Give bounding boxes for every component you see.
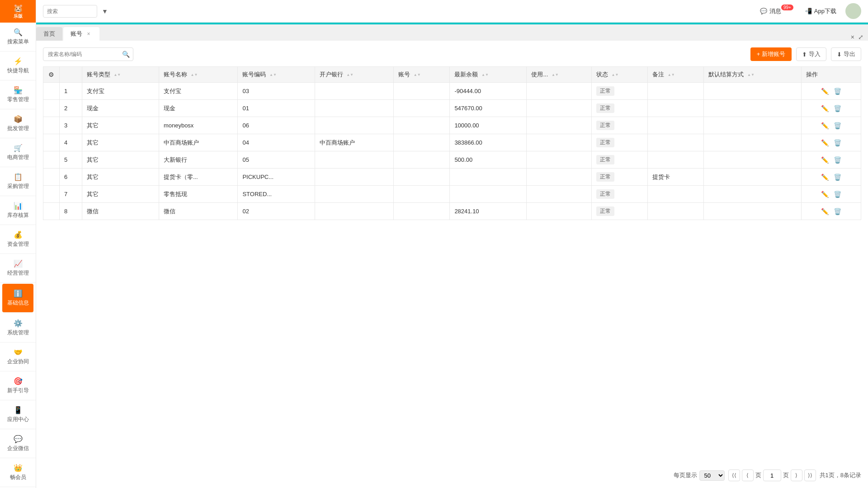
sidebar-item-enterprise-agreement[interactable]: 🤝 企业协同 (0, 343, 36, 371)
row-status: 正常 (591, 134, 647, 151)
user-avatar[interactable] (845, 3, 861, 19)
row-status: 正常 (591, 151, 647, 169)
messages-button[interactable]: 💬 消息 99+ (760, 7, 796, 15)
table-row: 5 其它 大新银行 05 500.00 正常 ✏️ 🗑️ (43, 151, 861, 169)
table-row: 3 其它 moneybosx 06 10000.00 正常 ✏️ 🗑️ (43, 117, 861, 134)
sidebar-item-enterprise-wechat[interactable]: 💬 企业微信 (0, 429, 36, 458)
sidebar-item-app-center-label: 应用中心 (2, 416, 33, 423)
header-left: ▼ (43, 5, 108, 18)
sidebar-item-system-mgmt[interactable]: ⚙️ 系统管理 (0, 314, 36, 343)
tab-close-button[interactable]: × (85, 30, 92, 38)
edit-button[interactable]: ✏️ (819, 138, 830, 147)
edit-button[interactable]: ✏️ (819, 104, 830, 113)
delete-button[interactable]: 🗑️ (832, 207, 843, 216)
sidebar-item-ecommerce-mgmt[interactable]: 🛒 电商管理 (0, 138, 36, 167)
row-code: 05 (238, 151, 315, 169)
sidebar-item-app-center[interactable]: 📱 应用中心 (0, 400, 36, 429)
row-type: 其它 (82, 169, 159, 186)
toolbar-left: 🔍 (43, 47, 133, 61)
col-account[interactable]: 账号 ▲▼ (394, 67, 450, 83)
col-status[interactable]: 状态 ▲▼ (591, 67, 647, 83)
sidebar-item-capital-mgmt[interactable]: 💰 资金管理 (0, 225, 36, 254)
row-name: 现金 (159, 100, 238, 117)
sidebar-item-retail-mgmt[interactable]: 🏪 零售管理 (0, 80, 36, 109)
row-settings-cell (43, 151, 60, 169)
enterprise-wechat-icon: 💬 (2, 435, 33, 443)
row-account (394, 100, 450, 117)
row-code: 03 (238, 83, 315, 100)
col-name[interactable]: 账号名称 ▲▼ (159, 67, 238, 83)
row-remark (648, 117, 704, 134)
col-remark[interactable]: 备注 ▲▼ (648, 67, 704, 83)
row-type: 其它 (82, 134, 159, 151)
header-dropdown-button[interactable]: ▼ (102, 8, 108, 15)
tab-account[interactable]: 账号 × (63, 27, 99, 41)
row-action: ✏️ 🗑️ (802, 151, 861, 169)
edit-button[interactable]: ✏️ (819, 121, 830, 130)
col-type-sort: ▲▼ (113, 73, 121, 77)
row-usage (527, 100, 591, 117)
row-action: ✏️ 🗑️ (802, 117, 861, 134)
col-type-label: 账号类型 (87, 71, 110, 78)
col-default-payment[interactable]: 默认结算方式 ▲▼ (704, 67, 802, 83)
import-button[interactable]: ⬆ 导入 (796, 47, 826, 61)
search-input[interactable] (43, 47, 133, 61)
delete-button[interactable]: 🗑️ (832, 104, 843, 113)
col-balance[interactable]: 最新余额 ▲▼ (450, 67, 527, 83)
tab-home[interactable]: 首页 (36, 27, 62, 41)
sidebar-item-inventory[interactable]: 📊 库存核算 (0, 196, 36, 225)
tab-maximize-button[interactable]: ⤢ (858, 33, 863, 41)
col-code[interactable]: 账号编码 ▲▼ (238, 67, 315, 83)
prev-page-button[interactable]: ⟨ (742, 469, 754, 481)
sidebar-item-purchase-mgmt[interactable]: 📋 采购管理 (0, 167, 36, 196)
delete-button[interactable]: 🗑️ (832, 121, 843, 130)
next-page-button[interactable]: ⟩ (791, 469, 802, 481)
col-remark-sort: ▲▼ (668, 73, 675, 77)
row-code: 02 (238, 203, 315, 220)
delete-button[interactable]: 🗑️ (832, 87, 843, 96)
per-page-select[interactable]: 10 20 50 100 (699, 470, 725, 481)
col-index (60, 67, 82, 83)
edit-button[interactable]: ✏️ (819, 190, 830, 199)
col-usage[interactable]: 使用... ▲▼ (527, 67, 591, 83)
row-status: 正常 (591, 83, 647, 100)
app-download-button[interactable]: 📲 App下载 (805, 7, 836, 15)
row-code: PICKUPC... (238, 169, 315, 186)
header-search-input[interactable] (43, 5, 97, 18)
enterprise-agreement-icon: 🤝 (2, 348, 33, 357)
sidebar-item-new-guide[interactable]: 🎯 新手引导 (0, 371, 36, 400)
sidebar-item-wholesale-mgmt[interactable]: 📦 批发管理 (0, 109, 36, 138)
sidebar-item-quick-nav[interactable]: ⚡ 快捷导航 (0, 52, 36, 80)
delete-button[interactable]: 🗑️ (832, 155, 843, 164)
edit-button[interactable]: ✏️ (819, 155, 830, 164)
sidebar-item-basic-info[interactable]: ℹ️ 基础信息 (2, 284, 33, 313)
delete-button[interactable]: 🗑️ (832, 173, 843, 182)
export-button[interactable]: ⬇ 导出 (831, 47, 861, 61)
status-badge: 正常 (596, 172, 614, 182)
row-type: 微信 (82, 203, 159, 220)
col-type[interactable]: 账号类型 ▲▼ (82, 67, 159, 83)
tab-minimize-button[interactable]: × (851, 33, 854, 41)
row-remark (648, 134, 704, 151)
edit-button[interactable]: ✏️ (819, 207, 830, 216)
row-code: 01 (238, 100, 315, 117)
edit-button[interactable]: ✏️ (819, 87, 830, 96)
last-page-button[interactable]: ⟩⟩ (804, 469, 816, 481)
col-default-payment-sort: ▲▼ (747, 73, 755, 77)
col-bank[interactable]: 开户银行 ▲▼ (315, 67, 394, 83)
sidebar-item-search-menu[interactable]: 🔍 搜索菜单 (0, 23, 36, 52)
messages-badge: 99+ (781, 5, 793, 10)
add-account-button[interactable]: + 新增账号 (750, 47, 792, 61)
first-page-button[interactable]: ⟨⟨ (728, 469, 740, 481)
col-settings[interactable]: ⚙ (43, 67, 60, 83)
sidebar-item-operations-mgmt[interactable]: 📈 经营管理 (0, 254, 36, 283)
delete-button[interactable]: 🗑️ (832, 138, 843, 147)
delete-button[interactable]: 🗑️ (832, 190, 843, 199)
sidebar-item-vip-member[interactable]: 👑 畅会员 (0, 458, 36, 487)
col-code-sort: ▲▼ (269, 73, 277, 77)
row-bank (315, 169, 394, 186)
sidebar-item-quick-nav-label: 快捷导航 (2, 67, 33, 75)
row-usage (527, 83, 591, 100)
edit-button[interactable]: ✏️ (819, 173, 830, 182)
page-number-input[interactable] (763, 469, 781, 481)
